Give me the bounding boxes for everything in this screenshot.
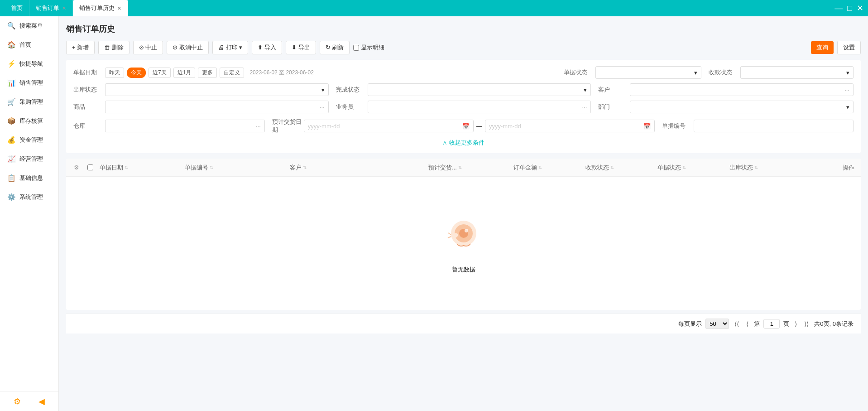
goods-input[interactable]: ···	[105, 101, 329, 113]
tab-sales-order-history-label: 销售订单历史	[79, 4, 115, 12]
cancel-stop-button[interactable]: ⊘ 取消中止	[167, 41, 209, 54]
doc-status-chevron: ▾	[694, 69, 697, 76]
svg-line-6	[448, 237, 451, 238]
tab-sales-order[interactable]: 销售订单 ✕	[29, 0, 73, 16]
sidebar-settings-icon[interactable]: ⚙	[14, 396, 21, 406]
settings-button[interactable]: 设置	[837, 41, 861, 54]
th-expected-delivery[interactable]: 预计交货... ⇅	[426, 164, 511, 172]
stop-button[interactable]: ⊘ 中止	[133, 41, 163, 54]
close-button[interactable]: ✕	[857, 3, 863, 13]
delivery-date-end[interactable]: yyyy-mm-dd 📅	[485, 120, 655, 132]
customer-dots[interactable]: ···	[844, 87, 849, 93]
sidebar-item-system[interactable]: ⚙️ 系统管理	[0, 188, 58, 207]
yesterday-btn[interactable]: 昨天	[105, 68, 124, 78]
customer-input[interactable]: ···	[630, 83, 854, 96]
today-btn[interactable]: 今天	[127, 68, 146, 78]
th-outbound-status[interactable]: 出库状态 ⇅	[727, 164, 799, 172]
sidebar-item-finance[interactable]: 💰 资金管理	[0, 131, 58, 150]
delivery-date-end-placeholder: yyyy-mm-dd	[489, 123, 643, 130]
delivery-date-start[interactable]: yyyy-mm-dd 📅	[304, 120, 474, 132]
sidebar-collapse-icon[interactable]: ◀	[38, 396, 45, 406]
sidebar-item-sales[interactable]: 📊 销售管理	[0, 73, 58, 92]
print-button[interactable]: 🖨 打印 ▾	[212, 41, 248, 54]
date-filter: 昨天 今天 近7天 近1月 更多 自定义 2023-06-02 至 2023-0…	[105, 68, 556, 78]
th-doc-date[interactable]: 单据日期 ⇅	[97, 164, 182, 172]
goods-col: 商品 ···	[73, 101, 336, 113]
table-settings-icon[interactable]: ⚙	[70, 164, 83, 171]
last-page-btn[interactable]: ⟩⟩	[802, 319, 810, 329]
tab-sales-order-history[interactable]: 销售订单历史 ✕	[73, 0, 128, 16]
main-layout: 🔍 搜索菜单 🏠 首页 ⚡ 快捷导航 📊 销售管理 🛒 采购管理 📦 库存核算 …	[0, 16, 868, 411]
th-customer[interactable]: 客户 ⇅	[287, 164, 426, 172]
filter-row-2: 出库状态 ▾ 完成状态 ▾ 客户 ···	[73, 83, 854, 96]
warehouse-input[interactable]: ···	[105, 120, 265, 132]
sidebar-item-basic[interactable]: 📋 基础信息	[0, 169, 58, 188]
calendar-start-icon[interactable]: 📅	[462, 123, 470, 130]
delete-button[interactable]: 🗑 删除	[98, 41, 129, 54]
completion-status-col: 完成状态 ▾	[336, 83, 599, 96]
warehouse-dots[interactable]: ···	[256, 123, 261, 130]
show-detail-checkbox[interactable]	[353, 45, 359, 51]
more-btn[interactable]: 更多	[198, 68, 217, 78]
th-receipt-status[interactable]: 收款状态 ⇅	[583, 164, 655, 172]
th-order-amount[interactable]: 订单金额 ⇅	[511, 164, 583, 172]
refresh-button[interactable]: ↻ 刷新	[320, 41, 350, 54]
sidebar-item-purchase[interactable]: 🛒 采购管理	[0, 92, 58, 111]
date-separator: —	[476, 123, 482, 130]
sidebar-item-home-label: 首页	[19, 41, 31, 49]
query-button[interactable]: 查询	[811, 41, 834, 54]
tab-home-label: 首页	[11, 4, 23, 12]
new-button[interactable]: + 新增	[66, 41, 95, 54]
doc-status-label: 单据状态	[564, 68, 595, 77]
receipt-status-select[interactable]: ▾	[740, 66, 854, 79]
th-order-amount-label: 订单金额	[513, 164, 537, 172]
tab-home[interactable]: 首页	[5, 0, 29, 16]
page-number-input[interactable]	[763, 319, 780, 329]
tab-sales-order-close[interactable]: ✕	[62, 5, 66, 11]
calendar-end-icon[interactable]: 📅	[643, 123, 651, 130]
th-doc-number[interactable]: 单据编号 ⇅	[182, 164, 287, 172]
maximize-button[interactable]: □	[847, 4, 852, 13]
outbound-status-select[interactable]: ▾	[105, 83, 329, 96]
doc-number-input[interactable]	[694, 120, 854, 132]
th-order-amount-sort: ⇅	[538, 165, 542, 170]
tab-sales-order-history-close[interactable]: ✕	[117, 5, 121, 11]
table-check-all[interactable]	[83, 164, 97, 170]
salesperson-dots[interactable]: ···	[582, 104, 587, 111]
goods-dots[interactable]: ···	[320, 104, 325, 111]
import-button[interactable]: ⬆ 导入	[252, 41, 282, 54]
sidebar-item-management[interactable]: 📈 经营管理	[0, 150, 58, 169]
doc-status-select[interactable]: ▾	[595, 66, 701, 79]
th-doc-status[interactable]: 单据状态 ⇅	[655, 164, 727, 172]
check-all-checkbox[interactable]	[87, 164, 93, 170]
th-receipt-status-label: 收款状态	[585, 164, 609, 172]
sidebar-search[interactable]: 🔍 搜索菜单	[0, 16, 58, 35]
minimize-button[interactable]: —	[834, 4, 843, 13]
salesperson-input[interactable]: ···	[368, 101, 591, 113]
department-select[interactable]: ▾	[630, 101, 854, 113]
doc-date-label: 单据日期	[73, 68, 105, 77]
sidebar-item-quicknav[interactable]: ⚡ 快捷导航	[0, 54, 58, 73]
warehouse-label: 仓库	[73, 122, 105, 130]
outbound-status-label: 出库状态	[73, 86, 105, 94]
collapse-more[interactable]: ∧ 收起更多条件	[73, 139, 854, 147]
date-range-text: 2023-06-02 至 2023-06-02	[249, 69, 313, 77]
department-chevron: ▾	[846, 104, 849, 111]
sidebar-item-quicknav-label: 快捷导航	[19, 60, 43, 68]
prev-page-btn[interactable]: ⟨	[744, 319, 750, 329]
show-detail-checkbox-label[interactable]: 显示明细	[353, 44, 384, 52]
sidebar-item-home[interactable]: 🏠 首页	[0, 35, 58, 54]
week-btn[interactable]: 近7天	[149, 68, 171, 78]
custom-btn[interactable]: 自定义	[220, 68, 244, 78]
completion-status-select[interactable]: ▾	[368, 83, 591, 96]
tab-list: 首页 销售订单 ✕ 销售订单历史 ✕	[5, 0, 128, 16]
next-page-btn[interactable]: ⟩	[793, 319, 799, 329]
export-button[interactable]: ⬇ 导出	[286, 41, 316, 54]
sidebar-item-inventory[interactable]: 📦 库存核算	[0, 111, 58, 131]
pagination: 每页显示 50 100 200 ⟨⟨ ⟨ 第 页 ⟩ ⟩⟩ 共0页, 0条记录	[66, 314, 861, 334]
first-page-btn[interactable]: ⟨⟨	[733, 319, 741, 329]
month-btn[interactable]: 近1月	[173, 68, 196, 78]
per-page-select[interactable]: 50 100 200	[705, 319, 729, 329]
svg-point-3	[465, 229, 468, 232]
system-icon: ⚙️	[7, 193, 16, 201]
